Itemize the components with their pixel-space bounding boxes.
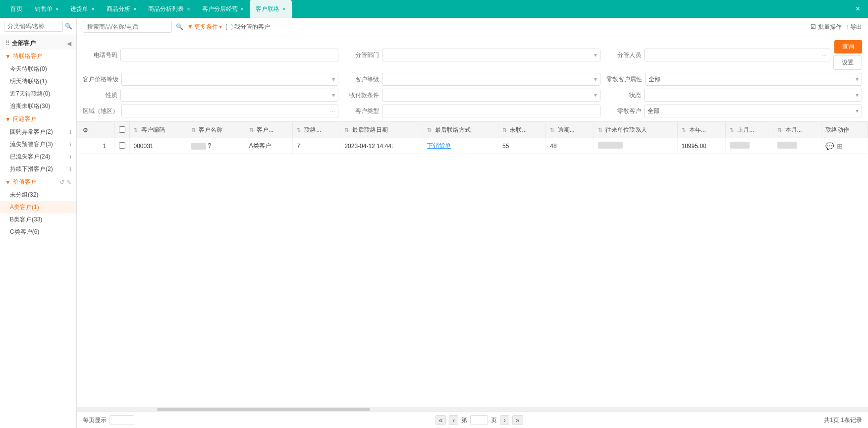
sidebar-item-c-class[interactable]: C类客户(6) xyxy=(0,226,76,238)
status-select[interactable]: ▾ xyxy=(644,89,862,102)
sidebar-group-value-header[interactable]: ▼ 价值客户 ↺ ✎ xyxy=(0,175,76,189)
sidebar-item-abnormal[interactable]: 回购异常客户(2) ℹ xyxy=(0,126,76,138)
th-check[interactable] xyxy=(114,122,129,138)
select-all-checkbox[interactable] xyxy=(119,126,125,133)
close-all-tabs[interactable]: × xyxy=(852,4,864,13)
nav-tab-close[interactable]: × xyxy=(91,6,94,12)
nav-tab-analysislist[interactable]: 商品分析列表 × xyxy=(142,0,196,18)
scrollbar-thumb[interactable] xyxy=(157,408,370,411)
set-button[interactable]: 设置 xyxy=(833,55,862,70)
nav-tab-close[interactable]: × xyxy=(55,6,58,12)
nav-tab-close[interactable]: × xyxy=(241,6,244,12)
th-thisyear[interactable]: ⇅ 本年... xyxy=(677,122,725,138)
sidebar-item-b-class[interactable]: B类客户(33) xyxy=(0,214,76,226)
th-name[interactable]: ⇅ 客户名称 xyxy=(187,122,245,138)
th-setting[interactable]: ⚙ xyxy=(77,122,95,138)
row-code[interactable]: 000031 xyxy=(129,138,187,154)
row-checkbox[interactable] xyxy=(119,142,125,149)
phone-label: 电话号码 xyxy=(83,51,117,59)
filter-more-btn[interactable]: ▼ 更多条件 ▾ xyxy=(187,23,222,31)
row-check[interactable] xyxy=(114,138,129,154)
last-page-btn[interactable]: » xyxy=(512,415,523,425)
row-name[interactable]: ? xyxy=(187,138,245,154)
sidebar-item-overdue[interactable]: 逾期未联络(30) xyxy=(0,100,76,112)
sidebar-item-tomorrow[interactable]: 明天待联络(1) xyxy=(0,75,76,88)
filter-search-icon[interactable]: 🔍 xyxy=(176,23,183,30)
sidebar-item-ungrouped[interactable]: 未分组(32) xyxy=(0,189,76,201)
sidebar-group-pending-header[interactable]: ▼ 待联络客户 xyxy=(0,50,76,63)
th-code[interactable]: ⇅ 客户编码 xyxy=(129,122,187,138)
th-contact[interactable]: ⇅ 联络... xyxy=(293,122,340,138)
th-unitcontact[interactable]: ⇅ 往来单位联系人 xyxy=(594,122,677,138)
sort-icon: ⇅ xyxy=(598,127,602,133)
sidebar-group-problem-header[interactable]: ▼ 问题客户 xyxy=(0,112,76,126)
filter-phone: 电话号码 xyxy=(83,40,338,70)
region-input[interactable]: ··· xyxy=(121,105,338,117)
retail-label: 零散客户 xyxy=(606,107,641,115)
th-thismonth[interactable]: ⇅ 本月... xyxy=(773,122,821,138)
pricelevel-select[interactable]: ▾ xyxy=(121,73,338,86)
dept-select[interactable]: ▾ xyxy=(382,49,600,61)
filter-row-1: 电话号码 分管部门 ▾ 分管人员 ··· 查询 设置 xyxy=(83,40,862,70)
prev-page-btn[interactable]: ‹ xyxy=(449,415,458,425)
first-page-btn[interactable]: « xyxy=(435,415,446,425)
retail-select[interactable]: 全部 ▾ xyxy=(644,105,862,117)
sidebar-item-today[interactable]: 今天待联络(0) xyxy=(0,63,76,75)
sort-icon: ⇅ xyxy=(730,127,734,133)
page-size-input[interactable]: 50 xyxy=(109,415,134,425)
nav-tab-customercontact[interactable]: 客户联络 × xyxy=(250,0,291,18)
batch-operation-btn[interactable]: ☑ 批量操作 xyxy=(811,23,841,31)
sidebar-item-churn-warning[interactable]: 流失预警客户(3) ℹ xyxy=(0,138,76,151)
sidebar-item-a-class[interactable]: A类客户(1) xyxy=(0,201,76,214)
all-customers-header[interactable]: 全部客户 xyxy=(5,39,36,48)
nav-tab-salesorder[interactable]: 销售单 × xyxy=(29,0,64,18)
sidebar-search-icon[interactable]: 🔍 xyxy=(65,23,72,30)
chat-icon[interactable]: 💬 xyxy=(825,142,834,150)
row-nocontact: 55 xyxy=(498,138,545,154)
page-label: 第 xyxy=(461,416,467,425)
nav-tab-close[interactable]: × xyxy=(133,6,136,12)
nav-tab-close[interactable]: × xyxy=(282,6,285,12)
sidebar-item-declining[interactable]: 持续下滑客户(2) ℹ xyxy=(0,163,76,175)
query-button[interactable]: 查询 xyxy=(834,40,862,54)
sidebar-item-7days[interactable]: 近7天待联络(0) xyxy=(0,88,76,100)
person-input[interactable]: ··· xyxy=(644,49,830,61)
nav-tab-purchase[interactable]: 进货单 × xyxy=(64,0,100,18)
th-nocontact[interactable]: ⇅ 未联... xyxy=(498,122,545,138)
my-customers-filter[interactable]: 我分管的客户 xyxy=(226,23,270,31)
settings-icon[interactable]: ⚙ xyxy=(83,127,88,134)
th-lastdate[interactable]: ⇅ 最后联络日期 xyxy=(340,122,423,138)
sidebar-item-churned[interactable]: 已流失客户(24) ℹ xyxy=(0,151,76,163)
next-page-btn[interactable]: › xyxy=(500,415,509,425)
export-btn[interactable]: ↑ 导出 xyxy=(846,23,862,31)
grid-icon[interactable]: ⊞ xyxy=(837,142,843,150)
phone-input[interactable] xyxy=(120,49,338,61)
edit-icon[interactable]: ✎ xyxy=(66,179,71,186)
chevron-down-icon: ▾ xyxy=(594,92,597,99)
nav-tab-close[interactable]: × xyxy=(187,6,190,12)
customerlevel-select[interactable]: ▾ xyxy=(382,73,600,86)
nav-tab-analysis[interactable]: 商品分析 × xyxy=(101,0,142,18)
nav-tab-customerseg[interactable]: 客户分层经营 × xyxy=(196,0,250,18)
horizontal-scrollbar[interactable] xyxy=(77,407,868,412)
filter-icon: ▼ xyxy=(187,23,193,30)
retail-attr-select[interactable]: 全部 ▾ xyxy=(645,73,862,86)
filter-search-input[interactable] xyxy=(83,21,172,33)
th-lastmonth[interactable]: ⇅ 上月... xyxy=(725,122,773,138)
nature-select[interactable]: ▾ xyxy=(120,89,338,102)
payment-select[interactable]: ▾ xyxy=(382,89,600,102)
th-type[interactable]: ⇅ 客户... xyxy=(245,122,292,138)
th-lastway[interactable]: ⇅ 最后联络方式 xyxy=(423,122,498,138)
page-number-input[interactable]: 1 xyxy=(470,415,488,425)
nav-tab-label: 商品分析 xyxy=(107,5,130,13)
th-overdue[interactable]: ⇅ 逾期... xyxy=(546,122,594,138)
pricelevel-label: 客户价格等级 xyxy=(83,75,118,84)
row-action-btns: 💬 ⊞ xyxy=(825,142,864,150)
refresh-icon[interactable]: ↺ xyxy=(59,179,64,186)
nav-home[interactable]: 首页 xyxy=(4,0,29,18)
sidebar-collapse-btn[interactable]: ◀ xyxy=(67,40,71,47)
my-customers-checkbox[interactable] xyxy=(226,24,232,30)
row-lastway[interactable]: 下销货单 xyxy=(423,138,498,154)
sidebar-search-input[interactable] xyxy=(4,21,63,32)
customertype-input[interactable] xyxy=(382,105,600,117)
